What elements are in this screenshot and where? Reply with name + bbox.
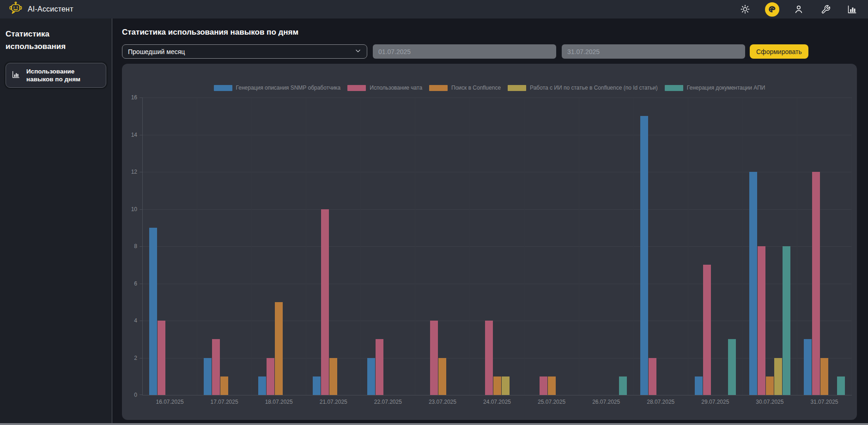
bar — [313, 376, 321, 395]
bar — [649, 358, 656, 395]
y-axis-label: 2 — [134, 355, 137, 361]
legend-label: Использование чата — [370, 85, 422, 91]
category-cell-23.07.2025: 23.07.2025 — [415, 98, 470, 395]
bar — [212, 339, 220, 395]
bar-slot — [539, 376, 547, 395]
x-axis-label: 18.07.2025 — [265, 399, 293, 405]
legend-item-4[interactable]: Генерация документации АПИ — [665, 85, 765, 91]
category-cell-17.07.2025: 17.07.2025 — [197, 98, 252, 395]
bar — [728, 339, 736, 395]
bar-chart-icon[interactable] — [845, 2, 860, 17]
bar — [783, 246, 790, 395]
legend-swatch — [429, 85, 448, 91]
bar — [820, 358, 828, 395]
bar-slot — [321, 209, 329, 395]
period-select[interactable]: Прошедший месяц — [122, 44, 367, 59]
chart-legend: Генерация описания SNMP обработчикаИспол… — [122, 85, 857, 91]
category-cell-16.07.2025: 16.07.2025 — [143, 98, 197, 395]
bar — [812, 172, 820, 395]
bar-group — [694, 265, 736, 395]
bar-slot — [782, 246, 790, 395]
bar-group — [749, 172, 790, 395]
bar — [220, 376, 228, 395]
y-axis-label: 4 — [134, 317, 137, 324]
x-axis-label: 23.07.2025 — [429, 399, 456, 405]
bar — [329, 358, 337, 395]
chart-card: Генерация описания SNMP обработчикаИспол… — [122, 64, 857, 420]
bar — [502, 376, 510, 395]
x-axis-label: 30.07.2025 — [756, 399, 783, 405]
y-axis-label: 14 — [131, 132, 137, 138]
y-tick — [140, 209, 143, 210]
y-axis-label: 10 — [131, 206, 137, 212]
bar — [766, 376, 774, 395]
bar — [430, 321, 438, 395]
y-axis-label: 6 — [134, 280, 137, 287]
y-tick — [140, 246, 143, 247]
bar-slot — [820, 358, 828, 395]
category-cell-24.07.2025: 24.07.2025 — [470, 98, 524, 395]
bar — [837, 376, 845, 395]
x-axis-label: 16.07.2025 — [156, 399, 184, 405]
bar-slot — [275, 302, 283, 395]
y-axis-label: 16 — [131, 94, 137, 101]
bar-slot — [485, 321, 493, 395]
user-icon[interactable] — [791, 2, 806, 17]
sidebar-title: Статистика использования — [6, 28, 106, 53]
chevron-down-icon — [355, 48, 361, 56]
legend-item-3[interactable]: Работа с ИИ по статье в Confluence (по I… — [508, 85, 658, 91]
bar-group — [585, 376, 627, 395]
bar — [275, 302, 283, 395]
bar — [267, 358, 274, 395]
bar — [619, 376, 627, 395]
bar-slot — [501, 376, 510, 395]
bar-group — [367, 339, 409, 395]
bar-group — [204, 339, 245, 395]
y-tick — [140, 172, 143, 172]
sidebar: Статистика использования Использование н… — [0, 18, 112, 423]
plot-cells: 16.07.202517.07.202518.07.202521.07.2025… — [143, 98, 852, 395]
bar-slot — [803, 339, 812, 395]
sidebar-item-skill-usage-by-day[interactable]: Использование навыков по дням — [6, 63, 106, 88]
bar-group — [149, 228, 191, 395]
bar-slot — [547, 376, 556, 395]
wrench-icon[interactable] — [818, 2, 833, 17]
app-title: AI-Ассистент — [28, 5, 73, 13]
legend-item-2[interactable]: Поиск в Confluence — [429, 85, 501, 91]
palette-icon[interactable] — [765, 2, 779, 17]
y-axis-label: 0 — [134, 392, 137, 398]
bar-group — [476, 321, 518, 395]
date-to-input[interactable] — [562, 44, 745, 59]
sun-icon[interactable] — [738, 2, 753, 17]
bar — [204, 358, 212, 395]
x-axis-label: 17.07.2025 — [211, 399, 238, 405]
bar-slot — [376, 339, 384, 395]
bar — [258, 376, 266, 395]
date-from-input[interactable] — [373, 44, 556, 59]
legend-item-1[interactable]: Использование чата — [347, 85, 422, 91]
legend-label: Поиск в Confluence — [451, 85, 501, 91]
x-axis-label: 29.07.2025 — [701, 399, 729, 405]
x-axis-label: 28.07.2025 — [647, 399, 674, 405]
bar-slot — [765, 376, 774, 395]
horizontal-scrollbar[interactable] — [0, 423, 868, 425]
bar — [149, 228, 157, 395]
legend-item-0[interactable]: Генерация описания SNMP обработчика — [214, 85, 341, 91]
generate-report-button[interactable]: Сформировать — [750, 44, 808, 59]
x-axis-label: 25.07.2025 — [538, 399, 565, 405]
category-cell-21.07.2025: 21.07.2025 — [306, 98, 361, 395]
category-cell-28.07.2025: 28.07.2025 — [634, 98, 688, 395]
bar-slot — [648, 358, 656, 395]
y-axis-label: 12 — [131, 169, 137, 175]
bar-slot — [757, 246, 765, 395]
category-cell-30.07.2025: 30.07.2025 — [743, 98, 797, 395]
x-axis-label: 26.07.2025 — [592, 399, 620, 405]
legend-label: Генерация описания SNMP обработчика — [236, 85, 341, 91]
bar-slot — [438, 358, 447, 395]
x-axis-label: 31.07.2025 — [810, 399, 838, 405]
period-select-value: Прошедший месяц — [128, 48, 355, 55]
bar-slot — [220, 376, 229, 395]
bar-group — [313, 209, 354, 395]
category-cell-29.07.2025: 29.07.2025 — [688, 98, 743, 395]
bar-slot — [212, 339, 220, 395]
